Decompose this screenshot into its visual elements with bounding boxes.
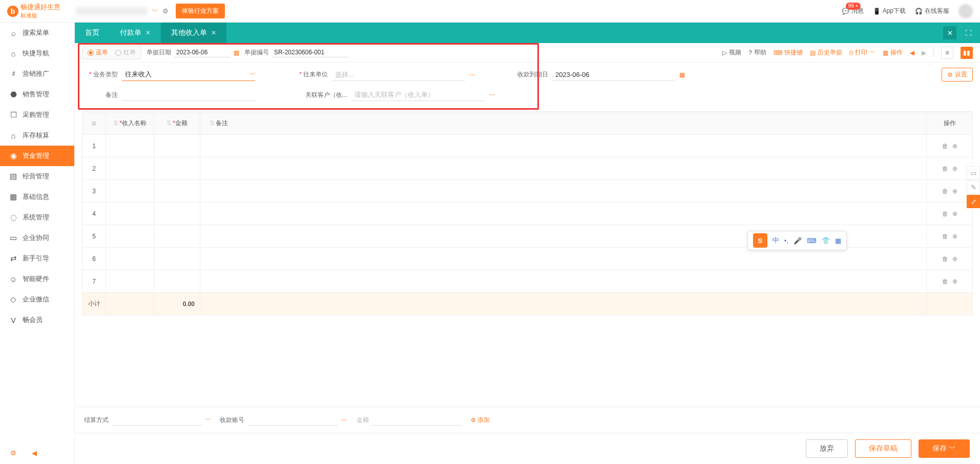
help-button[interactable]: ?帮助 bbox=[748, 48, 766, 57]
add-settlement-button[interactable]: ⊕添加 bbox=[471, 416, 490, 425]
add-row-icon[interactable]: ⊕ bbox=[952, 278, 957, 285]
due-date-input[interactable] bbox=[552, 69, 675, 81]
shortcut-button[interactable]: ⌨快捷键 bbox=[774, 48, 803, 57]
sidebar-item-10[interactable]: ▭企业协同 bbox=[0, 228, 74, 248]
rail-edit-button[interactable]: ✎ bbox=[967, 180, 980, 194]
sidebar-item-9[interactable]: ◌系统管理 bbox=[0, 207, 74, 228]
next-button[interactable]: ▶ bbox=[922, 49, 926, 56]
sidebar-item-11[interactable]: ⇄新手引导 bbox=[0, 248, 74, 269]
cell-name[interactable] bbox=[106, 225, 154, 248]
settle-account-lookup-button[interactable]: ⋯ bbox=[341, 416, 348, 423]
sidebar-item-3[interactable]: ⬣销售管理 bbox=[0, 84, 74, 105]
table-row[interactable]: 6🗑⊕ bbox=[82, 248, 973, 270]
bill-number-value[interactable]: SR-20230606-001 bbox=[272, 48, 349, 57]
cell-amount[interactable] bbox=[154, 270, 200, 293]
add-row-icon[interactable]: ⊕ bbox=[952, 188, 957, 195]
cell-amount[interactable] bbox=[154, 203, 200, 225]
sidebar-item-0[interactable]: ⌕搜索菜单 bbox=[0, 23, 74, 43]
close-icon[interactable]: ✕ bbox=[145, 29, 151, 36]
table-row[interactable]: 2🗑⊕ bbox=[82, 157, 973, 180]
rail-note-button[interactable]: ▭ bbox=[967, 166, 980, 179]
add-row-icon[interactable]: ⊕ bbox=[952, 143, 957, 150]
cell-name[interactable] bbox=[106, 135, 154, 157]
add-row-icon[interactable]: ⊕ bbox=[952, 165, 957, 172]
calendar-icon[interactable]: ▦ bbox=[234, 49, 239, 56]
add-row-icon[interactable]: ⊕ bbox=[952, 255, 957, 263]
delete-row-icon[interactable]: 🗑 bbox=[942, 165, 948, 172]
save-draft-button[interactable]: 保存草稿 bbox=[855, 439, 911, 458]
partner-input[interactable] bbox=[332, 69, 465, 81]
rail-expand-button[interactable]: ⤢ bbox=[967, 195, 980, 208]
ime-skin-icon[interactable]: 👕 bbox=[822, 237, 830, 245]
messages-button[interactable]: 💬 消息 99 + bbox=[842, 7, 864, 15]
sidebar-item-2[interactable]: ♯营销推广 bbox=[0, 64, 74, 84]
ime-lang[interactable]: 中 bbox=[773, 236, 779, 245]
tab-1[interactable]: 付款单✕ bbox=[110, 23, 161, 43]
cell-remark[interactable] bbox=[200, 135, 927, 157]
ops-button[interactable]: ▦操作 bbox=[883, 48, 903, 57]
col-income-name[interactable]: ⇅*收入名称 bbox=[106, 112, 154, 135]
cell-amount[interactable] bbox=[154, 135, 200, 157]
tab-0[interactable]: 首页 bbox=[75, 23, 110, 43]
red-bill-radio[interactable]: 红单 bbox=[115, 48, 136, 57]
ime-grid-icon[interactable]: ▦ bbox=[835, 237, 841, 245]
video-button[interactable]: ▷视频 bbox=[722, 48, 741, 57]
cell-amount[interactable] bbox=[154, 225, 200, 248]
cell-remark[interactable] bbox=[200, 270, 927, 293]
sidebar-item-6[interactable]: ◉资金管理 bbox=[0, 146, 74, 166]
save-button[interactable]: 保存 ﹀ bbox=[919, 439, 970, 458]
table-row[interactable]: 1🗑⊕ bbox=[82, 135, 973, 157]
tab-2[interactable]: 其他收入单✕ bbox=[161, 23, 226, 43]
prev-button[interactable]: ◀ bbox=[910, 49, 914, 56]
cell-remark[interactable] bbox=[200, 203, 927, 225]
calendar-icon[interactable]: ▦ bbox=[679, 71, 685, 78]
ime-keyboard-icon[interactable]: ⌨ bbox=[807, 237, 817, 245]
sidebar-item-7[interactable]: ▤经营管理 bbox=[0, 166, 74, 187]
col-amount[interactable]: ⇅*金额 bbox=[154, 112, 200, 135]
cell-name[interactable] bbox=[106, 157, 154, 180]
sidebar-item-4[interactable]: ☐采购管理 bbox=[0, 105, 74, 125]
sidebar-item-8[interactable]: ▦基础信息 bbox=[0, 187, 74, 207]
history-button[interactable]: ▤历史单据 bbox=[810, 48, 842, 57]
cell-name[interactable] bbox=[106, 270, 154, 293]
table-row[interactable]: 7🗑⊕ bbox=[82, 270, 973, 293]
cell-remark[interactable] bbox=[200, 248, 927, 270]
settle-method-select[interactable] bbox=[112, 414, 202, 426]
delete-row-icon[interactable]: 🗑 bbox=[942, 278, 948, 285]
ime-punct-icon[interactable]: •, bbox=[784, 237, 788, 245]
app-download-button[interactable]: 📱 App下载 bbox=[873, 7, 906, 15]
cell-amount[interactable] bbox=[154, 248, 200, 270]
sidebar-collapse-icon[interactable]: ◀ bbox=[32, 449, 37, 457]
delete-row-icon[interactable]: 🗑 bbox=[942, 233, 948, 240]
avatar[interactable] bbox=[958, 4, 973, 18]
cell-amount[interactable] bbox=[154, 157, 200, 180]
tab-close-all-button[interactable]: ✕ bbox=[943, 26, 956, 39]
bill-date-value[interactable]: 2023-06-06 bbox=[174, 48, 231, 57]
settings-button[interactable]: ⚙设置 bbox=[942, 68, 973, 82]
ime-mic-icon[interactable]: 🎤 bbox=[794, 237, 802, 245]
sidebar-item-1[interactable]: ⌂快捷导航 bbox=[0, 43, 74, 64]
remark-input[interactable] bbox=[122, 89, 255, 101]
table-row[interactable]: 4🗑⊕ bbox=[82, 203, 973, 225]
cell-name[interactable] bbox=[106, 248, 154, 270]
cell-name[interactable] bbox=[106, 180, 154, 203]
sidebar-item-5[interactable]: ⌂库存核算 bbox=[0, 125, 74, 146]
cell-remark[interactable] bbox=[200, 157, 927, 180]
sidebar-item-14[interactable]: V畅会员 bbox=[0, 310, 74, 330]
cell-amount[interactable] bbox=[154, 180, 200, 203]
add-row-icon[interactable]: ⊕ bbox=[952, 233, 957, 240]
delete-row-icon[interactable]: 🗑 bbox=[942, 255, 948, 263]
trial-button[interactable]: 体验行业方案 bbox=[176, 4, 225, 18]
chevron-down-icon[interactable]: ﹀ bbox=[250, 70, 256, 79]
delete-row-icon[interactable]: 🗑 bbox=[942, 210, 948, 217]
fullscreen-button[interactable]: ⛶ bbox=[962, 26, 975, 39]
col-config[interactable]: ⚙ bbox=[82, 112, 106, 135]
support-button[interactable]: 🎧 在线客服 bbox=[915, 7, 949, 15]
delete-row-icon[interactable]: 🗑 bbox=[942, 188, 948, 195]
discard-button[interactable]: 放弃 bbox=[806, 439, 848, 458]
add-row-icon[interactable]: ⊕ bbox=[952, 210, 957, 217]
table-row[interactable]: 3🗑⊕ bbox=[82, 180, 973, 203]
print-button[interactable]: ⎙打印﹀ bbox=[849, 48, 875, 57]
sidebar-item-13[interactable]: ◇企业微信 bbox=[0, 289, 74, 310]
cell-name[interactable] bbox=[106, 203, 154, 225]
